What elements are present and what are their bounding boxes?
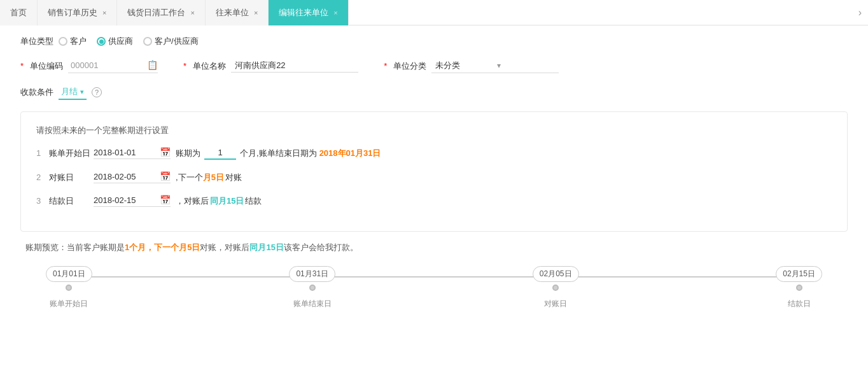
tl-label-0: 账单开始日 — [50, 299, 88, 309]
period-label-1: 账单开始日 — [49, 148, 94, 159]
period-label-2: 对账日 — [49, 172, 94, 183]
period-label-3: 结款日 — [49, 195, 94, 207]
month-input[interactable] — [204, 146, 236, 158]
tl-badge-2: 02月05日 — [533, 266, 579, 282]
unit-name-input[interactable] — [231, 60, 358, 73]
payment-label: 收款条件 — [20, 87, 53, 98]
close-sales-history-icon[interactable]: × — [102, 9, 106, 17]
close-partner-unit-icon[interactable]: × — [254, 9, 258, 17]
radio-customer[interactable]: 客户 — [59, 36, 87, 47]
unit-fields-row: * 单位编码 📋 * 单位名称 * 单位分类 未分类 ▾ — [20, 59, 848, 73]
unit-code-star: * — [20, 61, 24, 71]
payment-help-icon[interactable]: ? — [92, 87, 102, 97]
preview-part1: 1个月， — [125, 243, 154, 252]
period-date-1-wrap: 📅 — [94, 147, 171, 159]
calendar-2-icon[interactable]: 📅 — [160, 171, 171, 181]
period-num-3: 3 — [36, 196, 49, 206]
unit-code-label: 单位编码 — [30, 60, 63, 72]
unit-category-group: * 单位分类 未分类 ▾ — [384, 59, 559, 73]
tl-point-1: 01月31日 账单结束日 — [289, 266, 335, 309]
close-edit-partner-icon[interactable]: × — [333, 9, 337, 17]
month-input-wrap — [204, 146, 236, 160]
unit-type-radio-group: 客户 供应商 客户/供应商 — [59, 36, 199, 47]
tab-home-label: 首页 — [10, 7, 27, 18]
period-highlight-1: 2018年01月31日 — [319, 148, 381, 159]
period-date-1-input[interactable] — [94, 148, 157, 157]
period-date-2-wrap: 📅 — [94, 171, 171, 183]
period-highlight-3: 同月15日 — [210, 195, 244, 207]
tab-cash-work[interactable]: 钱货日清工作台 × — [117, 0, 205, 25]
period-box: 请按照未来的一个完整帐期进行设置 1 账单开始日 📅 账期为 个月,账单结束日期… — [20, 111, 848, 232]
tab-edit-partner[interactable]: 编辑往来单位 × — [269, 0, 348, 25]
period-highlight-2: 月5日 — [203, 172, 224, 183]
unit-code-input[interactable] — [68, 59, 144, 71]
tl-point-0: 01月01日 账单开始日 — [46, 266, 92, 309]
tl-dot-0 — [66, 285, 72, 291]
unit-category-label: 单位分类 — [393, 60, 426, 72]
unit-name-group: * 单位名称 — [183, 60, 358, 73]
tabs-bar: 首页 销售订单历史 × 钱货日清工作台 × 往来单位 × 编辑往来单位 × › — [0, 0, 868, 25]
tabs-expand-icon[interactable]: › — [858, 7, 868, 18]
unit-code-icon[interactable]: 📋 — [147, 60, 158, 70]
tl-label-3: 结款日 — [788, 299, 811, 309]
tl-label-1: 账单结束日 — [293, 299, 332, 309]
tab-edit-partner-label: 编辑往来单位 — [279, 7, 328, 18]
unit-code-group: * 单位编码 📋 — [20, 59, 158, 73]
tl-point-3: 02月15日 结款日 — [776, 266, 822, 309]
period-desc-2a: ,下一个 — [176, 172, 203, 183]
tab-partner-label: 往来单位 — [216, 7, 249, 18]
preview-text: 账期预览：当前客户账期是1个月，下一个月5日对账，对账后同月15日该客户会给我打… — [20, 242, 848, 253]
tl-dot-1 — [309, 285, 316, 291]
radio-customer-circle — [59, 37, 67, 46]
tab-sales-history[interactable]: 销售订单历史 × — [38, 0, 117, 25]
tl-label-2: 对账日 — [544, 299, 567, 309]
period-date-3-wrap: 📅 — [94, 195, 171, 207]
preview-part3: 同月15日 — [249, 243, 283, 252]
period-desc-1b: 个月,账单结束日期为 — [240, 148, 317, 159]
period-date-2-input[interactable] — [94, 172, 157, 181]
tl-dot-3 — [796, 285, 802, 291]
tl-badge-0: 01月01日 — [46, 266, 92, 282]
radio-both-circle — [143, 37, 152, 46]
unit-type-row: 单位类型 客户 供应商 客户/供应商 — [20, 36, 848, 47]
main-content: 单位类型 客户 供应商 客户/供应商 * 单位编码 📋 — [0, 25, 868, 387]
calendar-1-icon[interactable]: 📅 — [160, 147, 171, 157]
period-row-1: 1 账单开始日 📅 账期为 个月,账单结束日期为 2018年01月31日 — [36, 146, 832, 160]
close-cash-work-icon[interactable]: × — [190, 9, 194, 17]
period-date-3-input[interactable] — [94, 195, 157, 205]
radio-supplier[interactable]: 供应商 — [97, 36, 133, 47]
payment-value: 月结 — [61, 86, 78, 97]
period-desc-3a: ，对账后 — [176, 195, 209, 207]
tl-badge-1: 01月31日 — [289, 266, 335, 282]
preview-part2: 下一个月5日 — [154, 243, 200, 252]
calendar-3-icon[interactable]: 📅 — [160, 195, 171, 205]
tab-home[interactable]: 首页 — [0, 0, 38, 25]
payment-row: 收款条件 月结 ▾ ? — [20, 85, 848, 100]
payment-chevron-icon: ▾ — [80, 88, 84, 96]
period-title: 请按照未来的一个完整帐期进行设置 — [36, 125, 832, 136]
radio-supplier-circle — [97, 37, 106, 46]
tl-dot-2 — [552, 285, 559, 291]
tl-point-2: 02月05日 对账日 — [533, 266, 579, 309]
radio-both-label: 客户/供应商 — [155, 36, 199, 47]
unit-category-select[interactable]: 未分类 ▾ — [431, 59, 559, 73]
unit-code-input-wrap: 📋 — [68, 59, 158, 73]
period-row-3: 3 结款日 📅 ，对账后 同月15日 结款 — [36, 195, 832, 207]
preview-prefix: 账期预览：当前客户账期是 — [25, 243, 125, 252]
preview-middle: 对账，对账后 — [200, 243, 249, 252]
preview-suffix: 该客户会给我打款。 — [284, 243, 358, 252]
timeline-container: 01月01日 账单开始日 01月31日 账单结束日 02月05日 对账日 02月… — [20, 266, 848, 335]
period-desc-1a: 账期为 — [176, 148, 200, 159]
tab-cash-label: 钱货日清工作台 — [127, 7, 185, 18]
unit-type-label: 单位类型 — [20, 36, 53, 47]
unit-category-value: 未分类 — [435, 60, 493, 71]
radio-supplier-label: 供应商 — [108, 36, 133, 47]
radio-customer-label: 客户 — [70, 36, 87, 47]
period-num-2: 2 — [36, 172, 49, 182]
timeline-points: 01月01日 账单开始日 01月31日 账单结束日 02月05日 对账日 02月… — [46, 266, 822, 309]
payment-select[interactable]: 月结 ▾ — [59, 85, 87, 100]
tab-partner-unit[interactable]: 往来单位 × — [206, 0, 269, 25]
radio-both[interactable]: 客户/供应商 — [143, 36, 199, 47]
period-num-1: 1 — [36, 148, 49, 158]
period-row-2: 2 对账日 📅 ,下一个 月5日 对账 — [36, 171, 832, 183]
